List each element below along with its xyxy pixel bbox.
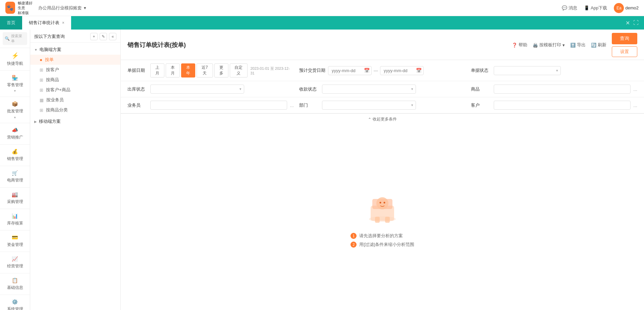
date-filter-group: 单据日期 上月 本月 本年 近7天 更多 自定义 2023-01-01 至 20…	[127, 63, 294, 78]
scheme-item-by-customer[interactable]: ⊞ 按客户	[30, 65, 120, 75]
collapse-panel-btn[interactable]: «	[109, 33, 116, 40]
sidebar-item-inventory[interactable]: 📊 库存核算	[0, 209, 30, 230]
home-tab[interactable]: 首页	[0, 16, 22, 30]
sidebar-item-basic[interactable]: 📋 基础信息	[0, 273, 30, 295]
last-month-btn[interactable]: 上月	[150, 63, 164, 78]
help-btn[interactable]: ❓ 帮助	[512, 42, 527, 48]
last-7days-btn[interactable]: 近7天	[197, 63, 213, 78]
doc-status-select[interactable]	[494, 66, 561, 75]
scheme-item-by-goods[interactable]: ⊞ 按商品	[30, 75, 120, 85]
message-icon: 💬	[562, 5, 567, 10]
sidebar-item-ecommerce[interactable]: 🛒 电商管理	[0, 166, 30, 188]
sidebar-item-purchase[interactable]: 🏭 采购管理	[0, 188, 30, 209]
print-btn[interactable]: 🖨️ 按模板打印 ▾	[533, 42, 565, 48]
custom-date-btn[interactable]: 自定义	[230, 63, 248, 78]
empty-illustration	[362, 187, 402, 227]
logo-icon: 🐾	[5, 2, 15, 14]
export-btn[interactable]: ⬆️ 导出	[570, 42, 586, 48]
page-title: 销售订单统计表(按单)	[127, 41, 186, 49]
message-btn[interactable]: 💬 消息	[562, 5, 577, 11]
sidebar-item-label: 快捷导航	[7, 61, 23, 66]
salesperson-label: 业务员	[127, 102, 148, 108]
system-icon: ⚙️	[12, 299, 18, 305]
goods-ellipsis-btn[interactable]: ...	[633, 87, 637, 92]
customer-input[interactable]	[494, 101, 631, 110]
close-tab-btn[interactable]: ×	[62, 20, 64, 25]
sidebar-item-label: 销售管理	[7, 156, 23, 162]
settings-btn[interactable]: 设置	[612, 46, 637, 57]
hint-2: 2 用[过滤]条件来缩小分析范围	[351, 242, 414, 248]
chart-icon: ▦	[40, 98, 44, 103]
sidebar-item-system[interactable]: ⚙️ 系统管理	[0, 295, 30, 310]
scheme-item-by-salesperson[interactable]: ▦ 按业务员	[30, 95, 120, 105]
logo-text: 畅捷通好生意 标准版	[18, 1, 36, 15]
page-header: 销售订单统计表(按单) ❓ 帮助 🖨️ 按模板打印 ▾ ⬆️ 导出	[121, 30, 644, 60]
date-label: 单据日期	[127, 67, 148, 73]
maximize-btn[interactable]: ⛶	[633, 20, 639, 26]
scheme-icon: ⊞	[40, 88, 43, 93]
department-select-wrap: ▾	[322, 101, 416, 110]
edit-scheme-btn[interactable]: ✎	[100, 33, 107, 40]
panel-header-actions: + ✎ «	[90, 33, 116, 40]
doc-status-label: 单据状态	[471, 67, 491, 73]
salesperson-group: 业务员 ...	[127, 101, 294, 110]
active-scheme-icon: ●	[40, 57, 42, 62]
filter-row-inner-2: 出库状态 ▾ 收款状态	[127, 85, 637, 94]
out-status-group: 出库状态 ▾	[127, 85, 294, 94]
query-btn[interactable]: 查询	[612, 33, 637, 44]
collapse-bar[interactable]: ⌃ 收起更多条件	[121, 113, 644, 125]
date-separator: —	[374, 68, 378, 73]
app-download-btn[interactable]: 📱 App下载	[584, 5, 607, 11]
sidebar-search[interactable]: 🔍 搜索菜单	[0, 30, 30, 48]
receipt-status-select[interactable]	[322, 85, 416, 94]
customer-ellipsis-btn[interactable]: ...	[633, 103, 637, 108]
sidebar-item-retail[interactable]: 🏪 零售管理 ▼	[0, 71, 30, 97]
help-icon: ❓	[512, 43, 517, 48]
desktop-group-header[interactable]: ▼ 电脑端方案	[30, 45, 120, 55]
dropdown-icon[interactable]: ▾	[84, 5, 86, 10]
quick-nav-icon: ⚡	[11, 52, 19, 59]
date-buttons: 上月 本月 本年 近7天 更多 自定义	[150, 63, 248, 78]
salesperson-ellipsis-btn[interactable]: ...	[290, 103, 294, 108]
sidebar-item-marketing[interactable]: 📣 营销推广	[0, 123, 30, 145]
active-tab[interactable]: 销售订单统计表 ×	[22, 16, 71, 30]
sidebar-item-finance[interactable]: 💳 资金管理	[0, 230, 30, 252]
scheme-item-by-order[interactable]: ● 按单	[30, 55, 120, 65]
sidebar-item-quick-nav[interactable]: ⚡ 快捷导航	[0, 48, 30, 71]
desktop-group: ▼ 电脑端方案 ● 按单 ⊞ 按客户 ⊞ 按商品 ⊞ 按客户+商品	[30, 45, 120, 115]
scheme-item-by-category[interactable]: ⊞ 按商品分类	[30, 105, 120, 115]
filter-row-inner-3: 业务员 ... 部门 ▾ 客户	[127, 101, 637, 110]
scheme-icon: ⊞	[40, 67, 43, 72]
user-menu[interactable]: Ea demo2	[614, 3, 639, 13]
goods-input[interactable]	[494, 85, 631, 94]
refresh-btn[interactable]: 🔄 刷新	[591, 42, 606, 48]
goods-label: 商品	[471, 86, 491, 92]
svg-rect-6	[375, 217, 380, 223]
doc-status-select-wrap: ▾	[494, 66, 561, 75]
top-bar: 🐾 畅捷通好生意 标准版 办公用品行业模拟账套 ▾ 💬 消息 📱 App下载 E…	[0, 0, 644, 16]
app-title[interactable]: 办公用品行业模拟账套 ▾	[38, 5, 562, 11]
print-dropdown-icon[interactable]: ▾	[562, 43, 565, 48]
out-status-select[interactable]	[150, 85, 244, 94]
filter-row-2: 出库状态 ▾ 收款状态	[121, 81, 644, 97]
sidebar-item-label: 库存核算	[7, 220, 23, 226]
scheme-item-by-customer-goods[interactable]: ⊞ 按客户+商品	[30, 85, 120, 95]
more-date-btn[interactable]: 更多	[214, 63, 228, 78]
collapse-icon: ⌃	[368, 117, 371, 122]
add-scheme-btn[interactable]: +	[90, 33, 98, 40]
svg-point-3	[376, 197, 388, 209]
sidebar-item-wholesale[interactable]: 📦 批发管理 ▲	[0, 97, 30, 123]
department-select[interactable]	[322, 101, 416, 110]
salesperson-input[interactable]	[150, 101, 287, 110]
sidebar-item-label: 经营管理	[7, 263, 23, 269]
out-status-label: 出库状态	[127, 86, 148, 92]
sidebar-item-sales[interactable]: 💰 销售管理	[0, 145, 30, 166]
sidebar-item-operation[interactable]: 📈 经营管理	[0, 252, 30, 273]
close-window-btn[interactable]: ✕	[626, 20, 630, 26]
this-month-btn[interactable]: 本月	[166, 63, 180, 78]
mobile-group-header[interactable]: ▶ 移动端方案	[30, 116, 120, 126]
this-year-btn[interactable]: 本年	[181, 63, 195, 78]
customer-label: 客户	[471, 102, 491, 108]
calendar-from-icon: 📅	[364, 68, 370, 73]
empty-hints: 1 请先选择要分析的方案 2 用[过滤]条件来缩小分析范围	[351, 233, 414, 248]
